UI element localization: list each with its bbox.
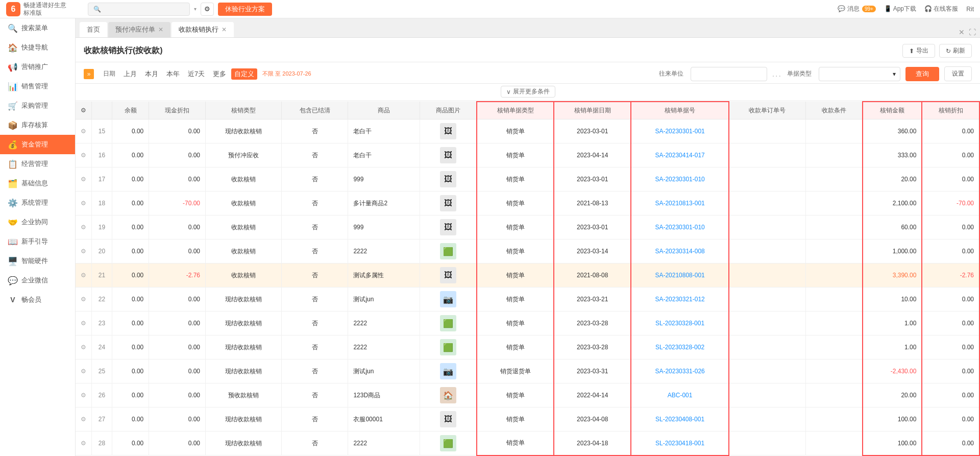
bill-no-link[interactable]: SA-20230331-026 (655, 368, 704, 375)
td-row-num: 27 (92, 407, 112, 431)
sidebar: 🔍 搜索菜单 🏠 快捷导航 📢 营销推广 📊 销售管理 🛒 采购管理 📦 库存核… (0, 18, 76, 456)
td-settings[interactable]: ⚙ (76, 407, 92, 431)
row-settings-icon[interactable]: ⚙ (81, 128, 86, 135)
sidebar-item-basic[interactable]: 🗂️ 基础信息 (0, 174, 75, 193)
date-btn-more[interactable]: 更多 (210, 68, 229, 80)
th-verify-bill-date: 核销单据日期 (554, 102, 631, 119)
sidebar-item-hardware[interactable]: 🖥️ 智能硬件 (0, 251, 75, 271)
date-btn-custom[interactable]: 自定义 (231, 68, 257, 80)
date-btn-7days[interactable]: 近7天 (185, 68, 208, 80)
date-btn-lastmonth[interactable]: 上月 (120, 68, 140, 80)
date-btn-thismonth[interactable]: 本月 (142, 68, 161, 80)
sidebar-item-wechat[interactable]: 💬 企业微信 (0, 271, 75, 290)
table-settings-button[interactable]: 设置 (944, 66, 972, 81)
gear-button[interactable]: ⚙ (201, 3, 214, 16)
td-settings[interactable]: ⚙ (76, 359, 92, 383)
table-container[interactable]: ⚙ 余额 现金折扣 核销类型 包含已结清 商品 商品图片 核销单据类型 核销单据… (76, 101, 980, 456)
td-verify-type: 现结收款核销 (206, 311, 282, 335)
row-settings-icon[interactable]: ⚙ (81, 320, 86, 327)
sidebar-item-marketing[interactable]: 📢 营销推广 (0, 57, 75, 77)
row-settings-icon[interactable]: ⚙ (81, 296, 86, 303)
td-settings[interactable]: ⚙ (76, 311, 92, 335)
bill-no-link[interactable]: SL-20230328-002 (655, 344, 704, 351)
td-settings[interactable]: ⚙ (76, 215, 92, 239)
sidebar-item-search[interactable]: 🔍 搜索菜单 (0, 18, 75, 38)
sidebar-item-system[interactable]: ⚙️ 系统管理 (0, 193, 75, 212)
row-settings-icon[interactable]: ⚙ (81, 392, 86, 399)
industry-button[interactable]: 休验行业方案 (218, 3, 272, 16)
bill-no-link[interactable]: SL-20230418-001 (655, 440, 704, 447)
sidebar-item-capital[interactable]: 💰 资金管理 (0, 135, 75, 154)
bill-no-link[interactable]: SA-20230301-001 (655, 128, 704, 135)
row-settings-icon[interactable]: ⚙ (81, 272, 86, 279)
tab-close-all-icon[interactable]: ✕ (959, 28, 965, 36)
dropdown-arrow-icon[interactable]: ▾ (194, 6, 197, 12)
from-unit-input[interactable] (691, 67, 767, 81)
row-settings-icon[interactable]: ⚙ (81, 152, 86, 159)
table-row: ⚙ 21 0.00 -2.76 收款核销 否 测试多属性 🖼 销货单 2021-… (76, 263, 979, 287)
td-goods-img: 🟩 (420, 239, 477, 263)
row-settings-icon[interactable]: ⚙ (81, 200, 86, 207)
td-settings[interactable]: ⚙ (76, 335, 92, 359)
td-settings[interactable]: ⚙ (76, 287, 92, 311)
sidebar-item-enterprise[interactable]: 🤝 企业协同 (0, 212, 75, 232)
sidebar-item-guide[interactable]: 📖 新手引导 (0, 232, 75, 251)
top-search-box[interactable]: 🔍 (88, 3, 190, 16)
bill-no-link[interactable]: SA-20230301-010 (655, 176, 704, 183)
th-settings[interactable]: ⚙ (76, 102, 92, 119)
tab-maximize-icon[interactable]: ⛶ (969, 28, 976, 36)
bill-no-link[interactable]: SA-20230314-008 (655, 248, 704, 255)
td-goods-img: 🖼 (420, 407, 477, 431)
bill-type-select[interactable]: ▾ (819, 67, 900, 81)
sidebar-item-label: 基础信息 (21, 179, 48, 188)
bill-no-link[interactable]: SA-20230414-017 (655, 152, 704, 159)
user-name[interactable]: Rit (966, 6, 974, 13)
row-settings-icon[interactable]: ⚙ (81, 440, 86, 447)
tab-prepay[interactable]: 预付冲应付单 ✕ (108, 22, 170, 37)
row-settings-icon[interactable]: ⚙ (81, 416, 86, 423)
td-verify-type: 收款核销 (206, 263, 282, 287)
expand-arrow[interactable]: » (84, 69, 94, 79)
bill-no-link[interactable]: SL-20230408-001 (655, 416, 704, 423)
tab-receipt-close[interactable]: ✕ (222, 26, 227, 33)
refresh-button[interactable]: ↻ 刷新 (939, 44, 972, 58)
td-settings[interactable]: ⚙ (76, 191, 92, 215)
sidebar-item-quicknav[interactable]: 🏠 快捷导航 (0, 38, 75, 57)
row-settings-icon[interactable]: ⚙ (81, 224, 86, 231)
row-settings-icon[interactable]: ⚙ (81, 344, 86, 351)
sidebar-item-inventory[interactable]: 📦 库存核算 (0, 115, 75, 135)
td-verify-type: 现结收款核销 (206, 119, 282, 143)
row-settings-icon[interactable]: ⚙ (81, 176, 86, 183)
goods-image: 🖼 (440, 147, 456, 163)
td-settings[interactable]: ⚙ (76, 143, 92, 167)
app-download-link[interactable]: 📱 App下载 (884, 5, 916, 13)
sidebar-item-purchase[interactable]: 🛒 采购管理 (0, 96, 75, 115)
tab-home[interactable]: 首页 (80, 22, 107, 37)
td-settings[interactable]: ⚙ (76, 119, 92, 143)
bill-no-link[interactable]: SA-20210808-001 (655, 272, 704, 279)
tab-receipt[interactable]: 收款核销执行 ✕ (172, 22, 234, 37)
online-service-link[interactable]: 🎧 在线客服 (924, 5, 958, 13)
query-button[interactable]: 查询 (905, 67, 939, 81)
expand-conditions-btn[interactable]: ∨ 展开更多条件 (501, 86, 555, 98)
tab-prepay-close[interactable]: ✕ (158, 26, 163, 33)
td-settings[interactable]: ⚙ (76, 383, 92, 407)
td-settings[interactable]: ⚙ (76, 263, 92, 287)
td-receipt-condition (805, 143, 863, 167)
sidebar-item-operations[interactable]: 📋 经营管理 (0, 154, 75, 174)
row-settings-icon[interactable]: ⚙ (81, 368, 86, 375)
td-settings[interactable]: ⚙ (76, 239, 92, 263)
row-settings-icon[interactable]: ⚙ (81, 248, 86, 255)
bill-no-link[interactable]: ABC-001 (668, 392, 693, 399)
bill-no-link[interactable]: SA-20210813-001 (655, 200, 704, 207)
sidebar-item-member[interactable]: V 畅会员 (0, 290, 75, 309)
messages-link[interactable]: 💬 消息 99+ (838, 5, 876, 13)
bill-no-link[interactable]: SA-20230321-012 (655, 296, 704, 303)
export-button[interactable]: ⬆ 导出 (902, 44, 935, 58)
sidebar-item-sales[interactable]: 📊 销售管理 (0, 77, 75, 96)
td-settings[interactable]: ⚙ (76, 431, 92, 455)
td-settings[interactable]: ⚙ (76, 167, 92, 191)
date-btn-thisyear[interactable]: 本年 (163, 68, 183, 80)
bill-no-link[interactable]: SL-20230328-001 (655, 320, 704, 327)
bill-no-link[interactable]: SA-20230301-010 (655, 224, 704, 231)
